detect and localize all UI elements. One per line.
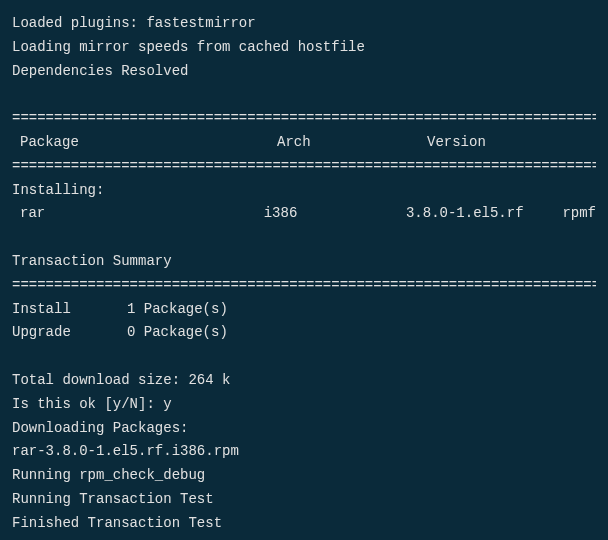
rpm-file-line: rar-3.8.0-1.el5.rf.i386.rpm <box>12 440 596 464</box>
separator-line: ========================================… <box>12 107 596 131</box>
cell-arch: i386 <box>264 202 406 226</box>
trans-test-running-line: Running Transaction Test <box>12 488 596 512</box>
install-count: 1 Package(s) <box>127 298 228 322</box>
header-package: Package <box>12 131 277 155</box>
cell-version: 3.8.0-1.el5.rf <box>406 202 562 226</box>
plugins-line: Loaded plugins: fastestmirror <box>12 12 596 36</box>
trans-test-succeeded-line: Transaction Test Succeeded <box>12 536 596 540</box>
blank-line <box>12 226 596 250</box>
upgrade-label: Upgrade <box>12 321 127 345</box>
package-row: rar i386 3.8.0-1.el5.rf rpmf <box>12 202 596 226</box>
cell-package: rar <box>12 202 264 226</box>
install-label: Install <box>12 298 127 322</box>
cell-repo: rpmf <box>562 202 596 226</box>
confirm-prompt-line: Is this ok [y/N]: y <box>12 393 596 417</box>
installing-label: Installing: <box>12 179 596 203</box>
blank-line <box>12 83 596 107</box>
rpm-check-line: Running rpm_check_debug <box>12 464 596 488</box>
separator-line: ========================================… <box>12 274 596 298</box>
deps-resolved-line: Dependencies Resolved <box>12 60 596 84</box>
trans-test-finished-line: Finished Transaction Test <box>12 512 596 536</box>
table-header-row: Package Arch Version <box>12 131 596 155</box>
transaction-summary-label: Transaction Summary <box>12 250 596 274</box>
upgrade-count: 0 Package(s) <box>127 321 228 345</box>
blank-line <box>12 345 596 369</box>
downloading-line: Downloading Packages: <box>12 417 596 441</box>
header-version: Version <box>427 131 592 155</box>
install-summary-row: Install 1 Package(s) <box>12 298 596 322</box>
separator-line: ========================================… <box>12 155 596 179</box>
header-arch: Arch <box>277 131 427 155</box>
mirror-line: Loading mirror speeds from cached hostfi… <box>12 36 596 60</box>
upgrade-summary-row: Upgrade 0 Package(s) <box>12 321 596 345</box>
download-size-line: Total download size: 264 k <box>12 369 596 393</box>
